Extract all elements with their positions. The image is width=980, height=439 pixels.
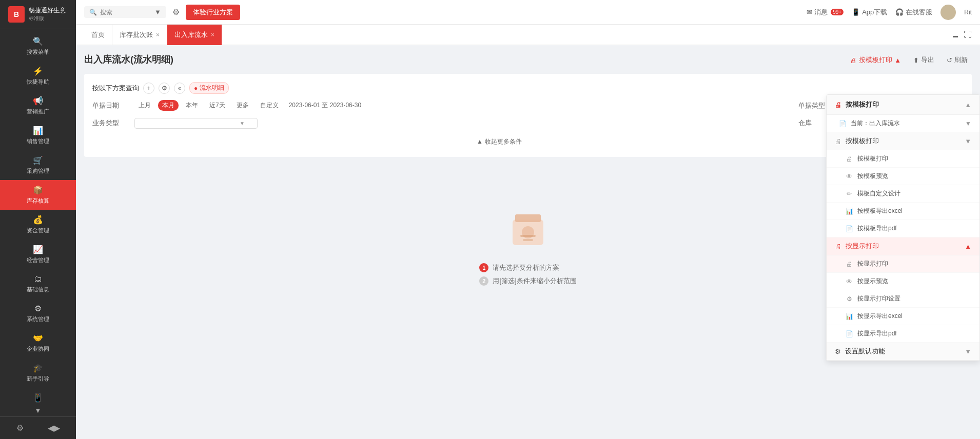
page-title: 出入库流水(流水明细): [84, 53, 972, 66]
display-excel-icon: 📊: [845, 312, 853, 321]
tab-inout[interactable]: 出入库流水 ×: [167, 25, 222, 45]
template-preview-item[interactable]: 👁 按模板预览: [827, 168, 979, 185]
sidebar-item-label: 经营管理: [27, 256, 49, 264]
print-panel-title: 🖨 按模板打印: [835, 100, 879, 109]
display-pdf-item[interactable]: 📄 按显示导出pdf: [827, 325, 979, 343]
template-design-item[interactable]: ✏ 模板自定义设计: [827, 185, 979, 203]
sidebar-item-corp[interactable]: 🤝 企业协同: [0, 328, 76, 358]
display-settings-item[interactable]: ⚙ 按显示打印设置: [827, 290, 979, 308]
filter-header-label: 按以下方案查询: [92, 84, 139, 93]
download-icon: 📱: [852, 8, 860, 16]
sidebar-item-shortcut[interactable]: ⚡ 快捷导航: [0, 61, 76, 91]
current-icon: 📄: [839, 120, 847, 127]
app-name: 畅捷通好生意: [29, 7, 66, 15]
display-preview-item[interactable]: 👁 按显示预览: [827, 273, 979, 290]
sidebar-item-guide[interactable]: 🎓 新手引导: [0, 358, 76, 388]
refresh-button[interactable]: ↺ 刷新: [943, 53, 972, 67]
operation-icon: 📈: [33, 245, 43, 254]
sidebar-scroll-down[interactable]: ▼: [0, 405, 76, 416]
empty-step-1: 1 请先选择要分析的方案: [479, 263, 576, 272]
settings-footer-icon[interactable]: ⚙: [16, 423, 24, 433]
date-tab-last-7[interactable]: 近7天: [205, 100, 229, 111]
print-current-item[interactable]: 📄 当前：出入库流水 ▼: [827, 115, 979, 132]
sidebar-item-search[interactable]: 🔍 搜索菜单: [0, 31, 76, 61]
sidebar-item-purchase[interactable]: 🛒 采购管理: [0, 150, 76, 180]
display-excel-item[interactable]: 📊 按显示导出excel: [827, 308, 979, 325]
template-print-label: 按模板打印: [846, 136, 879, 146]
tab-inout-close[interactable]: ×: [211, 31, 214, 38]
sidebar-item-inventory[interactable]: 📦 库存核算: [0, 180, 76, 210]
date-tab-this-month[interactable]: 本月: [158, 100, 179, 111]
header-gear-icon[interactable]: ⚙: [172, 7, 180, 17]
header-search-input[interactable]: [100, 9, 151, 16]
date-tab-more[interactable]: 更多: [232, 100, 253, 111]
svg-rect-1: [515, 214, 541, 222]
template-pdf-item[interactable]: 📄 按模板导出pdf: [827, 220, 979, 237]
display-print-item-1[interactable]: 🖨 按显示打印: [827, 255, 979, 273]
template-print-sub-icon: 🖨: [845, 155, 853, 163]
sidebar-item-label: 新手引导: [27, 375, 49, 383]
template-print-item-1[interactable]: 🖨 按模板打印: [827, 150, 979, 168]
user-avatar[interactable]: [940, 5, 956, 20]
collapse-label: 收起更多条件: [485, 137, 522, 146]
trial-button[interactable]: 体验行业方案: [186, 5, 240, 20]
search-dropdown-icon[interactable]: ▼: [154, 8, 161, 16]
logo-text-group: 畅捷通好生意 标准版: [29, 7, 66, 22]
tab-batch-close[interactable]: ×: [156, 31, 160, 38]
template-excel-item[interactable]: 📊 按模板导出excel: [827, 203, 979, 220]
sidebar-item-operation[interactable]: 📈 经营管理: [0, 240, 76, 269]
tab-maximize-icon[interactable]: ⛶: [964, 30, 972, 39]
search-icon: 🔍: [33, 36, 43, 46]
display-settings-icon: ⚙: [845, 295, 853, 303]
filter-add-button[interactable]: +: [143, 83, 154, 94]
filter-header: 按以下方案查询 + ⚙ « ● 流水明细: [92, 82, 964, 94]
empty-step-2: 2 用[筛选]条件来缩小分析范围: [479, 276, 576, 286]
default-settings-header[interactable]: ⚙ 设置默认功能 ▼: [827, 343, 979, 361]
current-arrow-icon: ▼: [965, 120, 971, 127]
filter-active-tag[interactable]: ● 流水明细: [189, 82, 229, 94]
collapse-conditions-btn[interactable]: ▲ 收起更多条件: [477, 134, 522, 149]
message-icon: ✉: [807, 8, 812, 16]
inventory-icon: 📦: [33, 185, 43, 195]
collapse-sidebar-icon[interactable]: ◀▶: [48, 423, 60, 433]
biz-type-select[interactable]: ▼: [134, 118, 258, 129]
sidebar-item-label: 搜索菜单: [27, 48, 49, 56]
template-print-icon: 🖨: [835, 137, 841, 145]
print-panel-collapse-icon[interactable]: ▲: [965, 101, 971, 109]
filter-collapse-btn[interactable]: «: [174, 83, 185, 94]
app-download-button[interactable]: 📱 App下载: [852, 8, 887, 17]
template-print-header[interactable]: 🖨 按模板打印 ▼: [827, 132, 979, 150]
date-tab-this-year[interactable]: 本年: [182, 100, 202, 111]
default-settings-inner: ⚙ 设置默认功能: [835, 347, 885, 356]
sidebar-item-label: 资金管理: [27, 227, 49, 234]
display-print-header[interactable]: 🖨 按显示打印 ▲: [827, 237, 979, 255]
message-button[interactable]: ✉ 消息 99+: [807, 8, 844, 17]
header-right: ✉ 消息 99+ 📱 App下载 🎧 在线客服 Rit: [807, 5, 972, 20]
tab-home[interactable]: 首页: [84, 25, 112, 45]
date-tab-custom[interactable]: 自定义: [256, 100, 283, 111]
print-panel-icon: 🖨: [835, 101, 841, 109]
sidebar-item-sales[interactable]: 📊 销售管理: [0, 121, 76, 150]
export-button[interactable]: ⬆ 导出: [909, 53, 938, 67]
template-pdf-icon: 📄: [845, 225, 853, 233]
print-button[interactable]: 🖨 按模板打印 ▲: [846, 53, 905, 67]
message-badge: 99+: [831, 9, 844, 15]
print-panel-title-text: 按模板打印: [846, 100, 879, 109]
header-search-box[interactable]: 🔍 ▼: [84, 6, 166, 18]
template-pdf-label: 按模板导出pdf: [857, 224, 897, 233]
filter-settings-btn[interactable]: ⚙: [159, 83, 170, 94]
date-tab-last-month[interactable]: 上月: [134, 100, 155, 111]
sidebar-item-finance[interactable]: 💰 资金管理: [0, 210, 76, 240]
sidebar-item-apps[interactable]: 📱 应用中心: [0, 388, 76, 405]
tab-batch[interactable]: 库存批次账 ×: [112, 25, 167, 45]
online-service-button[interactable]: 🎧 在线客服: [895, 8, 932, 17]
shortcut-icon: ⚡: [33, 66, 43, 76]
corp-icon: 🤝: [33, 333, 43, 343]
app-download-label: App下载: [862, 8, 887, 17]
sidebar-item-label: 基础信息: [27, 286, 49, 293]
sidebar-item-system[interactable]: ⚙ 系统管理: [0, 298, 76, 328]
sidebar-item-marketing[interactable]: 📢 营销推广: [0, 91, 76, 121]
sidebar-item-basic[interactable]: 🗂 基础信息: [0, 269, 76, 298]
top-header: 🔍 ▼ ⚙ 体验行业方案 ✉ 消息 99+ 📱 App下载 🎧: [76, 0, 980, 25]
tab-minimize-icon[interactable]: 🗕: [951, 30, 959, 39]
